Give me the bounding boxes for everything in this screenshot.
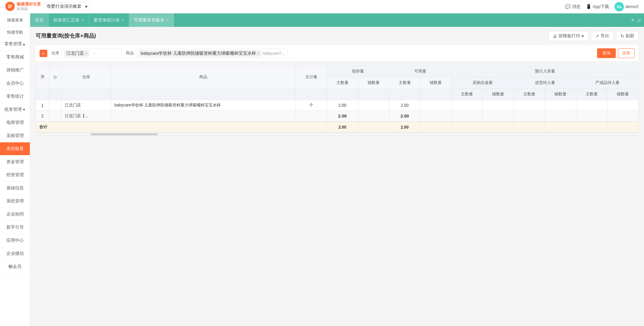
sidebar-item-retail-shop[interactable]: 零售商城 [0,51,30,64]
chevron-down-icon: ▼ [22,108,26,111]
query-btn[interactable]: 查询 [597,48,616,58]
sidebar-item-wholesale[interactable]: 批发管理 ▼ [0,103,30,116]
filter-action-buttons: 查询 设置 [597,48,635,58]
th-purchase-main: 主数量 [451,89,483,100]
horizontal-scrollbar[interactable] [91,133,158,135]
search-menu-btn[interactable]: 搜索菜单 [3,16,27,25]
cell-incoming-main [514,100,545,111]
printer-icon: 🖨 [553,34,557,39]
th-available-aux: 辅数量 [420,77,451,89]
th-current-stock: 现存量 [327,66,389,77]
cell-current-main: 2.00 [327,100,358,111]
tab-close-icon[interactable]: × [166,18,169,22]
tab-order-stats[interactable]: 要货单统计表 × [89,13,129,27]
sidebar-item-operations[interactable]: 经营管理 [0,169,30,182]
cell-purchase-aux [483,100,514,111]
sidebar-item-basic[interactable]: 基础信息 [0,182,30,195]
filter-bar: » 仓库 江北门店 × ··· 商品 babyca [36,45,639,61]
filter-more-icon[interactable]: ··· [91,51,97,56]
settings-btn[interactable]: 设置 [618,48,635,58]
warehouse-tag: 江北门店 × [64,50,89,57]
warehouse-tag-remove[interactable]: × [85,51,87,55]
cell-available-main: 2.00 [389,111,420,122]
cell-product-main [576,111,607,122]
th-purchase-transit: 采购在途量 [451,77,514,89]
warehouse-filter-group: 仓库 江北门店 × ··· [51,49,122,58]
sidebar-item-app-center[interactable]: 应用中心 [0,234,30,247]
user-label: demo2 [625,4,639,9]
sidebar-item-zero-retail[interactable]: 零售管理 ▲ [0,38,30,51]
print-btn[interactable]: 🖨 按模板打印 ▾ [548,31,588,41]
filter-toggle-btn[interactable]: » [40,50,47,57]
th-warehouse: 仓库 [61,66,111,89]
tab-close-icon[interactable]: × [82,18,84,22]
th-current-aux: 辅数量 [358,77,389,89]
close-tab-btn[interactable]: × [631,17,634,23]
sidebar-item-inventory[interactable]: 库存核算 [0,142,30,155]
main-layout: 搜索菜单 快捷导航 零售管理 ▲ 零售商城 营销推广 会员中心 零售统计 批发管… [0,13,644,326]
th-product-aux: 辅数量 [607,89,638,100]
sidebar-item-retail-stats[interactable]: 零售统计 [0,90,30,103]
sidebar-item-label: 资金管理 [6,159,24,165]
column-settings-icon[interactable]: ⚙ [53,75,57,80]
tab-close-icon[interactable]: × [122,18,124,22]
tab-bar: 首页 收发存汇总表 × 要货单统计表 × 可用量库存账本 × × ⤢ [30,13,644,27]
sidebar-item-wechat[interactable]: 企业微信 [0,247,30,260]
sidebar-item-new-guide[interactable]: 新手引导 [0,221,30,234]
product-tag-text-1: babycare学饮杯 儿童防摔防撞吸管杯重力球吸嘴杯宝宝水杯 [141,50,256,56]
cell-product-aux [607,100,638,111]
th-settings[interactable]: ⚙ [49,66,61,89]
sidebar-item-label: 新手引导 [6,224,24,230]
product-filter-input[interactable]: babycare学饮杯 儿童防摔防撞吸管杯重力球吸嘴杯宝宝水杯 × babyca… [136,49,288,58]
order-stats-tab-label: 要货单统计表 [94,17,120,23]
cell-product: babycare学饮杯 儿童防摔防撞吸管杯重力球吸嘴杯宝宝水杯 [111,100,296,111]
sidebar-item-label: 畅会员 [8,264,21,270]
sidebar: 搜索菜单 快捷导航 零售管理 ▲ 零售商城 营销推广 会员中心 零售统计 批发管… [0,13,30,326]
footer-incoming-main [514,122,545,133]
cell-settings [49,100,61,111]
cell-warehouse: 江北门店【... [61,111,111,122]
top-bar: 好 畅捷通好生意 标准版 母婴行业演示账套 ▾ 💬 消息 📱 App下载 Ea … [0,0,644,13]
maximize-btn[interactable]: ⤢ [637,17,641,24]
sidebar-item-label: 零售管理 [4,41,22,47]
cell-unit: 个 [296,100,327,111]
quick-nav-btn[interactable]: 快捷导航 [0,28,30,38]
warehouse-filter-input[interactable]: 江北门店 × ··· [61,49,122,58]
export-btn[interactable]: ↗ 导出 [591,31,613,41]
cell-purchase-main [451,111,483,122]
tab-available-stock[interactable]: 可用量库存账本 × [129,13,174,27]
industry-select[interactable]: 母婴行业演示账套 ▾ [44,2,91,10]
print-label: 按模板打印 [558,33,580,39]
msg-btn[interactable]: 💬 消息 [565,4,581,10]
chevron-down-icon: ▾ [85,4,88,9]
sidebar-item-marketing[interactable]: 营销推广 [0,64,30,77]
avatar: Ea [614,2,624,11]
sidebar-item-label: 采购管理 [6,133,24,139]
product-tag-remove-1[interactable]: × [257,51,259,55]
export-icon: ↗ [595,34,599,39]
tab-home[interactable]: 首页 [30,13,49,27]
table-row: 1 江北门店 babycare学饮杯 儿童防摔防撞吸管杯重力球吸嘴杯宝宝水杯 个… [36,100,639,111]
cell-product [111,111,296,122]
tab-receivable[interactable]: 收发存汇总表 × [49,13,89,27]
sidebar-item-vip[interactable]: 畅会员 [0,260,30,273]
sidebar-item-ecommerce[interactable]: 电商管理 [0,116,30,129]
sidebar-item-label: 会员中心 [6,80,24,86]
refresh-btn[interactable]: ↻ 刷新 [616,31,639,41]
user-menu[interactable]: Ea demo2 [614,2,639,11]
product-filter-group: 商品 babycare学饮杯 儿童防摔防撞吸管杯重力球吸嘴杯宝宝水杯 × bab… [126,49,288,58]
th-no: 序 [36,66,49,89]
sidebar-item-system[interactable]: 系统管理 [0,195,30,208]
th-incoming: 进货待入量 [514,77,576,89]
cell-current-main: 2.00 [327,111,358,122]
app-download-btn[interactable]: 📱 App下载 [586,4,609,10]
sidebar-item-member[interactable]: 会员中心 [0,77,30,90]
th-available: 可用量 [389,66,451,77]
footer-product-aux [607,122,638,133]
th-planned-inbound: 预计入库量 [451,66,639,77]
sidebar-item-enterprise[interactable]: 企业协同 [0,208,30,221]
footer-available-aux [420,122,451,133]
sidebar-item-label: 系统管理 [6,198,24,204]
sidebar-item-purchase[interactable]: 采购管理 [0,129,30,142]
sidebar-item-finance[interactable]: 资金管理 [0,155,30,169]
